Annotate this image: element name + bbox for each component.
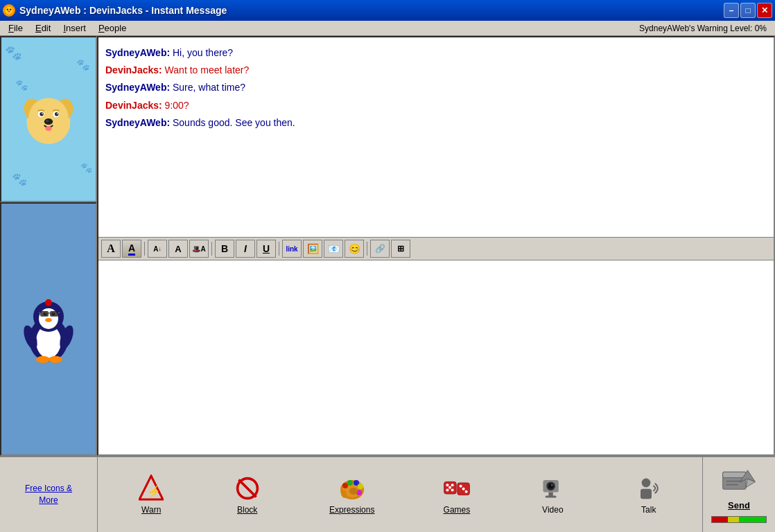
- svg-rect-67: [546, 495, 557, 497]
- svg-line-32: [39, 312, 40, 313]
- talk-button[interactable]: Talk: [627, 472, 671, 517]
- warning-level: SydneyAWeb's Warning Level: 0%: [639, 24, 772, 33]
- menu-items: File Edit Insert People: [3, 21, 132, 35]
- svg-point-59: [460, 485, 462, 488]
- font-size-button[interactable]: A: [168, 240, 188, 258]
- chat-panel: SydneyAWeb: Hi, you there? DevinJacks: W…: [97, 36, 775, 456]
- svg-point-13: [42, 113, 43, 114]
- svg-point-48: [358, 484, 363, 489]
- block-button[interactable]: Block: [225, 472, 270, 517]
- action-buttons: ⚡ Warn Block: [97, 457, 702, 532]
- video-icon: [539, 475, 566, 502]
- svg-point-53: [446, 484, 449, 486]
- font-color-button[interactable]: A: [122, 240, 141, 258]
- svg-rect-69: [641, 489, 652, 499]
- insert-menu[interactable]: Insert: [58, 21, 92, 35]
- progress-yellow: [728, 517, 739, 522]
- italic-button[interactable]: I: [236, 240, 255, 258]
- message-2: DevinJacks: Want to meet later?: [105, 62, 767, 79]
- main-content: 🐾 🐾 🐾 🐾 🐾: [0, 36, 775, 456]
- svg-point-64: [548, 484, 554, 489]
- chat-messages[interactable]: SydneyAWeb: Hi, you there? DevinJacks: W…: [98, 37, 774, 237]
- svg-point-68: [641, 479, 650, 488]
- minimize-button[interactable]: –: [724, 3, 739, 18]
- title-left: SydneyAWeb : DevinJacks - Instant Messag…: [3, 4, 227, 17]
- svg-rect-29: [40, 311, 49, 317]
- image-button[interactable]: 🖼️: [303, 240, 322, 258]
- smiley-button[interactable]: 😊: [345, 240, 364, 258]
- expressions-icon: [338, 475, 366, 502]
- sender-avatar: [0, 202, 97, 456]
- attach-button[interactable]: 🔗: [370, 240, 390, 258]
- svg-point-28: [45, 318, 52, 322]
- dog-avatar-svg: [17, 88, 80, 150]
- free-icons-link[interactable]: Free Icons &More: [25, 483, 72, 506]
- grid-button[interactable]: ⊞: [391, 240, 410, 258]
- expressions-button[interactable]: Expressions: [321, 472, 383, 517]
- toolbar-sep-1: [144, 242, 145, 256]
- toolbar-sep-3: [279, 242, 279, 256]
- svg-line-33: [58, 312, 60, 313]
- formatting-toolbar: A A A↓ A 🎩A B I U link 🖼️ 📧 😊 🔗 ⊞: [98, 237, 774, 260]
- games-icon: [443, 475, 471, 502]
- msg-sender-5: SydneyAWeb:: [105, 117, 170, 128]
- block-icon: [234, 475, 261, 502]
- bold-button[interactable]: B: [215, 240, 234, 258]
- expressions-label: Expressions: [329, 505, 374, 515]
- window-controls: – □ ✕: [724, 3, 772, 18]
- underline-button[interactable]: U: [256, 240, 276, 258]
- svg-point-54: [451, 484, 454, 486]
- maximize-button[interactable]: □: [740, 3, 756, 18]
- msg-text-5: Sounds good. See you then.: [173, 117, 295, 128]
- svg-rect-30: [50, 311, 58, 317]
- font-shrink-button[interactable]: A↓: [148, 240, 167, 258]
- message-1: SydneyAWeb: Hi, you there?: [105, 44, 767, 62]
- msg-text-2: Want to meet later?: [165, 64, 250, 76]
- close-button[interactable]: ✕: [757, 3, 772, 18]
- svg-point-17: [46, 126, 52, 131]
- svg-point-36: [36, 356, 50, 363]
- progress-bar: [711, 516, 767, 523]
- svg-point-12: [55, 112, 58, 116]
- app-icon: [3, 4, 15, 17]
- send-icon: [722, 466, 756, 497]
- font-hat-button[interactable]: 🎩A: [189, 240, 209, 258]
- warn-label: Warn: [141, 505, 161, 515]
- svg-point-4: [8, 10, 10, 12]
- msg-sender-4: DevinJacks:: [105, 100, 162, 111]
- edit-menu[interactable]: Edit: [30, 21, 56, 35]
- send-button[interactable]: Send: [702, 457, 775, 532]
- file-menu[interactable]: File: [3, 21, 28, 35]
- people-menu[interactable]: People: [93, 21, 132, 35]
- bottom-bar: Free Icons &More ⚡ Warn Block: [0, 456, 775, 532]
- video-label: Video: [542, 505, 563, 515]
- warn-button[interactable]: ⚡ Warn: [129, 472, 173, 517]
- svg-point-37: [49, 356, 62, 363]
- message-input[interactable]: [98, 260, 774, 454]
- svg-line-42: [238, 479, 256, 497]
- games-button[interactable]: Games: [435, 472, 479, 517]
- link-button[interactable]: link: [282, 240, 302, 258]
- progress-green: [739, 517, 766, 522]
- talk-label: Talk: [641, 505, 656, 515]
- svg-point-8: [28, 98, 69, 138]
- msg-text-3: Sure, what time?: [173, 82, 245, 93]
- warn-icon: ⚡: [137, 475, 165, 502]
- recipient-avatar: 🐾 🐾 🐾 🐾 🐾: [0, 36, 97, 202]
- video-button[interactable]: Video: [530, 472, 575, 517]
- block-label: Block: [237, 505, 257, 515]
- email-button[interactable]: 📧: [324, 240, 343, 258]
- penguin-avatar-svg: [21, 294, 76, 364]
- svg-point-65: [551, 484, 552, 486]
- message-5: SydneyAWeb: Sounds good. See you then.: [105, 114, 767, 132]
- games-label: Games: [444, 505, 471, 515]
- svg-point-1: [7, 8, 9, 10]
- font-button[interactable]: A: [101, 240, 121, 258]
- msg-sender-3: SydneyAWeb:: [105, 82, 170, 93]
- free-icons-area: Free Icons &More: [0, 457, 97, 532]
- svg-point-15: [44, 118, 53, 125]
- send-label: Send: [728, 500, 750, 511]
- message-3: SydneyAWeb: Sure, what time?: [105, 79, 767, 96]
- msg-sender-2: DevinJacks:: [105, 64, 162, 76]
- svg-rect-71: [723, 472, 746, 477]
